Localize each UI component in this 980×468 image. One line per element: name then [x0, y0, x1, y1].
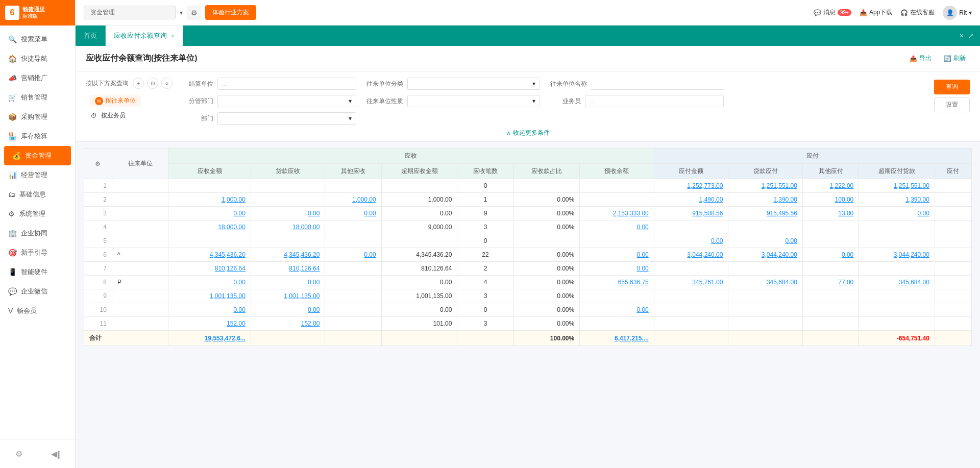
salesman-input[interactable]: ...: [585, 95, 724, 107]
header-dropdown-arrow[interactable]: ▾: [180, 9, 183, 16]
footer-rec-advance[interactable]: 6,417,215....: [580, 331, 654, 346]
sidebar-item-hardware[interactable]: 📱 智能硬件: [0, 262, 75, 282]
table-cell[interactable]: 3,044,240.00: [654, 248, 728, 262]
table-cell[interactable]: 0.00: [251, 303, 325, 317]
table-cell[interactable]: 1,251,551.00: [728, 179, 803, 193]
table-cell[interactable]: 152.00: [168, 317, 251, 331]
table-cell[interactable]: 1,222.00: [802, 179, 859, 193]
tab-home[interactable]: 首页: [76, 26, 106, 46]
filter-collapse-btn[interactable]: «: [161, 78, 173, 89]
sidebar-item-guide[interactable]: 🎯 新手引导: [0, 243, 75, 262]
table-cell[interactable]: 345,684.00: [728, 276, 803, 289]
table-cell[interactable]: 152.00: [251, 317, 325, 331]
table-cell[interactable]: 0.00: [654, 234, 728, 248]
table-cell[interactable]: 915,508.56: [654, 207, 728, 220]
table-cell[interactable]: 2,153,333.00: [580, 207, 654, 220]
dept-input[interactable]: ▾: [217, 95, 356, 107]
table-cell[interactable]: 1,251,551.00: [859, 179, 935, 193]
table-cell[interactable]: 0.00: [168, 303, 251, 317]
table-cell[interactable]: 0.00: [251, 207, 325, 220]
user-menu[interactable]: 👤 Rit ▾: [943, 6, 972, 20]
table-cell[interactable]: 4,345,436.20: [168, 248, 251, 262]
table-cell[interactable]: 0.00: [802, 248, 859, 262]
table-cell[interactable]: 0.00: [168, 207, 251, 220]
table-cell[interactable]: 1,001,135.00: [251, 289, 325, 303]
app-download-btn[interactable]: 📥 App下载: [860, 8, 892, 17]
settlement-input[interactable]: ...: [217, 78, 356, 90]
partner-type-input[interactable]: ▾: [407, 78, 540, 90]
sales-icon: 🛒: [8, 93, 17, 102]
table-cell[interactable]: 1,000.00: [325, 193, 381, 207]
sidebar-item-wechat[interactable]: 💬 企业微信: [0, 282, 75, 301]
table-cell[interactable]: 1,390.00: [859, 193, 935, 207]
table-cell[interactable]: 1,252,773.00: [654, 179, 728, 193]
query-btn[interactable]: 查询: [934, 80, 970, 94]
sidebar-item-search[interactable]: 🔍 搜索菜单: [0, 30, 75, 49]
filter-add-btn[interactable]: +: [133, 78, 144, 89]
sidebar-item-quicknav[interactable]: 🏠 快捷导航: [0, 49, 75, 68]
table-cell[interactable]: 13.00: [802, 207, 859, 220]
online-service-btn[interactable]: 🎧 在线客服: [900, 8, 935, 17]
table-cell[interactable]: 0.00: [728, 234, 803, 248]
table-cell[interactable]: 655,636.75: [580, 276, 654, 289]
sidebar-item-purchase[interactable]: 📦 采购管理: [0, 107, 75, 127]
footer-rec-total[interactable]: 19,553,472,6...: [168, 331, 251, 346]
tab-close-icon[interactable]: ×: [171, 33, 174, 39]
partner-name-input[interactable]: [591, 78, 724, 90]
table-cell[interactable]: 0.00: [325, 248, 381, 262]
table-cell[interactable]: 18,000.00: [168, 220, 251, 234]
table-cell[interactable]: 3,044,240.00: [859, 248, 935, 262]
sidebar-item-inventory[interactable]: 🏪 库存核算: [0, 127, 75, 146]
window-close-btn[interactable]: ×: [960, 32, 964, 40]
sidebar-item-marketing[interactable]: 📣 营销推广: [0, 68, 75, 88]
filter-edit-btn[interactable]: ⊙: [147, 78, 158, 89]
table-cell[interactable]: 1,490.00: [654, 193, 728, 207]
table-cell: 3: [84, 207, 112, 220]
collapse-more-btn[interactable]: ∧ 收起更多条件: [76, 129, 980, 137]
message-btn[interactable]: 💬 消息 99+: [814, 8, 851, 17]
table-cell[interactable]: 1,390.00: [728, 193, 803, 207]
sidebar-settings-btn[interactable]: ⚙: [10, 445, 28, 463]
table-cell[interactable]: 1,001,135.00: [168, 289, 251, 303]
promo-btn[interactable]: 体验行业方案: [205, 5, 256, 20]
table-cell[interactable]: 100.00: [802, 193, 859, 207]
table-cell[interactable]: 810,126.64: [168, 262, 251, 276]
table-cell[interactable]: 1,000.00: [168, 193, 251, 207]
sidebar-item-operation[interactable]: 📊 经营管理: [0, 165, 75, 185]
table-cell[interactable]: 0.00: [251, 276, 325, 289]
sidebar-item-basic[interactable]: 🗂 基础信息: [0, 185, 75, 204]
table-cell[interactable]: 3,044,240.00: [728, 248, 803, 262]
window-max-btn[interactable]: ⤢: [968, 32, 974, 40]
export-btn[interactable]: 📤 导出: [905, 52, 936, 65]
col-settings[interactable]: ⚙: [84, 149, 112, 179]
table-cell[interactable]: 0.00: [580, 303, 654, 317]
sidebar-item-finance[interactable]: 💰 资金管理: [4, 146, 71, 165]
header-gear-btn[interactable]: ⚙: [187, 6, 201, 20]
table-cell[interactable]: 345,761.00: [654, 276, 728, 289]
sidebar-item-vip[interactable]: V 畅会员: [0, 301, 75, 321]
table-cell[interactable]: 0.00: [168, 276, 251, 289]
sidebar-item-sales[interactable]: 🛒 销售管理: [0, 88, 75, 107]
table-cell[interactable]: 915,495.56: [728, 207, 803, 220]
table-cell[interactable]: 0.00: [580, 262, 654, 276]
subdept-input[interactable]: ▾: [217, 112, 356, 125]
sidebar-collapse-btn[interactable]: ◀‖: [47, 445, 65, 463]
schema-salesman[interactable]: ⏱ 按业务员: [86, 110, 173, 121]
schema-partner[interactable]: W 按往来单位: [90, 95, 141, 107]
table-cell[interactable]: 77.00: [802, 276, 859, 289]
tab-ar-ap[interactable]: 应收应付余额查询 ×: [106, 26, 183, 46]
refresh-btn[interactable]: 🔄 刷新: [940, 52, 970, 65]
settings-small-btn[interactable]: 设置: [934, 97, 970, 112]
table-cell[interactable]: 4,345,436.20: [251, 248, 325, 262]
table-cell[interactable]: 0.00: [580, 220, 654, 234]
table-cell[interactable]: 0.00: [325, 207, 381, 220]
partner-nature-input[interactable]: ▾: [407, 95, 540, 107]
table-cell[interactable]: 0.00: [580, 248, 654, 262]
header-breadcrumb[interactable]: 资金管理: [84, 6, 176, 19]
table-cell[interactable]: 18,000.00: [251, 220, 325, 234]
table-cell[interactable]: 345,684.00: [859, 276, 935, 289]
sidebar-item-corp[interactable]: 🏢 企业协同: [0, 224, 75, 243]
table-cell[interactable]: 0.00: [859, 207, 935, 220]
table-cell[interactable]: 810,126.64: [251, 262, 325, 276]
sidebar-item-system[interactable]: ⚙ 系统管理: [0, 204, 75, 224]
